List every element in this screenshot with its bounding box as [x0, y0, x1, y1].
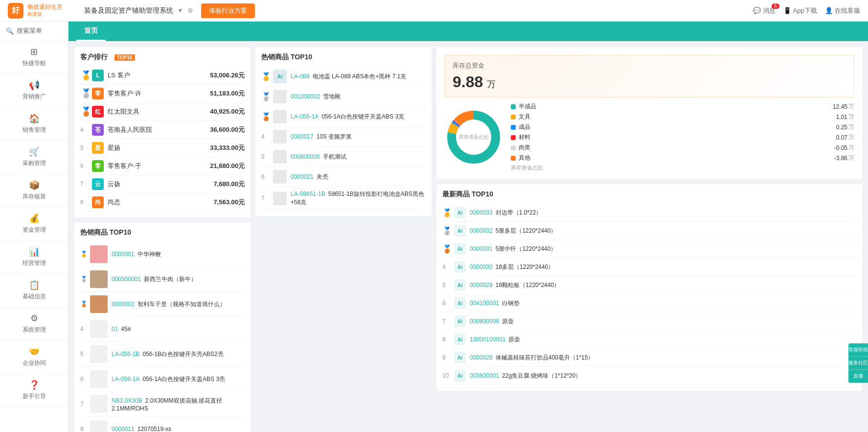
newest-info-6: 004100001白钢垫: [470, 299, 856, 308]
newest-img-9: Ai: [454, 352, 466, 363]
customer-value-7: 7,680.00元: [213, 180, 245, 189]
header-system: 装备及固定资产辅助管理系统 ▼ ⚙ 体验行业方案: [76, 3, 753, 18]
layout: 🔍 搜索菜单 ⊞ 快捷导航 📢 营销推广 🏠 销售管理 🛒 采购管理 📦 库存核…: [0, 22, 868, 432]
sidebar-item-marketing[interactable]: 📢 营销推广: [0, 74, 68, 107]
cs-community-button[interactable]: 服务社区: [848, 357, 868, 370]
legend-dot-4: [511, 145, 516, 150]
hot-row-4: 4 0145#: [80, 317, 245, 342]
finance-icon: 💰: [29, 213, 40, 224]
hot-products-card: 热销商品 TOP10 🥇 0000001中华神鞭 🥈 000500001新西兰牛…: [74, 222, 251, 432]
medal-3: 🥉: [80, 106, 92, 117]
customer-rank-row: 4 苍 苍南县人民医院 36,600.00元: [80, 121, 245, 139]
operation-icon: 📊: [29, 246, 40, 257]
legend-name-5: 其他: [519, 154, 834, 162]
newest-info-8: 10000100001原壶: [470, 336, 856, 344]
customer-value-5: 33,333.00元: [210, 144, 245, 152]
quick-nav-icon: ⊞: [30, 47, 38, 57]
rank-num-6: 6: [80, 163, 92, 169]
rank-num-5: 5: [80, 144, 92, 151]
message-button[interactable]: 💬 消息 6: [753, 6, 776, 15]
customer-title-text: 客户排行: [80, 53, 108, 62]
newest-img-8: Ai: [454, 334, 466, 345]
hot-img-2: [90, 270, 108, 288]
float-customer-service: 客服热线 服务社区 直播: [848, 343, 868, 383]
customer-rank-row: 🥇 L LS 客户 53,006.26元: [80, 67, 245, 85]
customer-rank-row: 🥉 红 红太阳文具 40,925.00元: [80, 103, 245, 121]
legend-dot-2: [511, 125, 516, 130]
sidebar-item-operation[interactable]: 📊 经营管理: [0, 240, 68, 274]
home-tab[interactable]: 首页: [76, 22, 106, 41]
customer-ranking-list: 🥇 L LS 客户 53,006.26元 🥈 零 零售客户·许 51,183.0…: [80, 67, 245, 212]
cs-hotline-button[interactable]: 客服热线: [848, 343, 868, 357]
legend-item-0: 半成品 12.45 万: [511, 102, 854, 111]
sidebar-label-base: 基础信息: [23, 292, 46, 301]
customer-rank-row: 🥈 零 零售客户·许 51,183.00元: [80, 85, 245, 103]
inventory-icon: 📦: [29, 180, 40, 191]
newest-row-8: 8 Ai 10000100001原壶: [442, 331, 856, 349]
hot-name-2: 000500001新西兰牛肉（新牛）: [112, 275, 245, 284]
customer-badge-5: 星: [92, 142, 104, 154]
hot-row-6: 6 LA-056-1A056-1A白色按键开关盖ABS 3壳: [80, 367, 245, 392]
legend-dot-3: [511, 135, 516, 140]
sidebar-item-purchase[interactable]: 🛒 采购管理: [0, 141, 68, 174]
hot-sale-medal-2: 🥈: [261, 92, 273, 101]
sidebar-label-operation: 经营管理: [23, 259, 46, 267]
customer-value-2: 51,183.00元: [210, 89, 245, 98]
legend-item-5: 其他 -3.86 万: [511, 154, 854, 162]
middle-panel: 热销商品 TOP10 🥇 Ai LA-089电池盖 LA-089 ABS本色+黑…: [255, 47, 432, 432]
sidebar-item-inventory[interactable]: 📦 库存核算: [0, 174, 68, 207]
hot-sale-rank-6: 6: [261, 173, 273, 180]
inventory-ratio-label: 库存资金占比: [511, 164, 854, 171]
sidebar-label-sales: 销售管理: [23, 126, 46, 134]
hot-sale-info-6: 0000021夹壳: [291, 173, 426, 181]
sidebar-item-finance[interactable]: 💰 资金管理: [0, 207, 68, 240]
sidebar-item-system[interactable]: ⚙ 系统管理: [0, 307, 68, 340]
sidebar-label-finance: 资金管理: [23, 226, 46, 234]
system-dropdown-icon[interactable]: ▼: [177, 7, 183, 14]
sidebar-item-quick-nav[interactable]: ⊞ 快捷导航: [0, 41, 68, 74]
legend-unit-4: 万: [848, 144, 854, 152]
hot-row-1: 🥇 0000001中华神鞭: [80, 242, 245, 267]
sidebar-item-enterprise[interactable]: 🤝 企业协同: [0, 340, 68, 374]
legend-unit-3: 万: [848, 133, 854, 142]
customer-name-5: 星扬: [108, 144, 210, 152]
sidebar-label-system: 系统管理: [23, 326, 46, 334]
newest-medal-3: 🥉: [442, 244, 454, 254]
newest-info-4: 000003018多层（1220*2440）: [470, 263, 856, 271]
mobile-icon: 📱: [783, 7, 791, 14]
app-download-button[interactable]: 📱 App下载: [783, 6, 817, 15]
newest-row-10: 10 Ai 00380000122g鱼豆腐·烧烤味（1*12*20）: [442, 367, 856, 385]
search-menu-item[interactable]: 🔍 搜索菜单: [0, 22, 68, 41]
hot-sale-medal-1: 🥇: [261, 72, 273, 81]
customer-value-3: 40,925.00元: [210, 107, 245, 116]
system-icon: ⚙: [30, 313, 38, 324]
app-label: App下载: [793, 6, 817, 15]
newest-info-10: 00380000122g鱼豆腐·烧烤味（1*12*20）: [470, 372, 856, 380]
customer-badge-2: 零: [92, 88, 104, 99]
settings-icon[interactable]: ⚙: [187, 7, 193, 14]
logo-text-area: 畅捷通好生意 标准版: [27, 3, 63, 18]
online-service-button[interactable]: 👤 在线客服: [825, 6, 860, 15]
newest-img-7: Ai: [454, 315, 466, 327]
sidebar-item-guide[interactable]: ❓ 新手引导: [0, 374, 68, 407]
newest-info-7: 000800008原壶: [470, 317, 856, 326]
sidebar-item-sales[interactable]: 🏠 销售管理: [0, 107, 68, 141]
sales-icon: 🏠: [29, 113, 40, 124]
newest-row-7: 7 Ai 000800008原壶: [442, 312, 856, 331]
newest-img-4: Ai: [454, 261, 466, 273]
newest-info-5: 000002918颗粒板（1220*2440）: [470, 281, 856, 289]
trial-button[interactable]: 体验行业方案: [201, 3, 255, 18]
hot-medal-2: 🥈: [80, 276, 90, 283]
customer-value-1: 53,006.26元: [210, 71, 245, 80]
newest-img-3: Ai: [454, 243, 466, 255]
hot-sale-list: 🥇 Ai LA-089电池盖 LA-089 ABS本色+黑种 7.1克 🥈 00…: [261, 67, 426, 210]
system-title: 装备及固定资产辅助管理系统: [84, 6, 173, 15]
newest-img-5: Ai: [454, 279, 466, 291]
legend-name-3: 材料: [519, 133, 836, 142]
hot-rank-4: 4: [80, 326, 90, 333]
legend-dot-1: [511, 115, 516, 120]
cs-live-button[interactable]: 直播: [848, 370, 868, 383]
logo-sub: 标准版: [27, 11, 63, 18]
hot-sale-info-5: 000800005手机测试: [291, 153, 426, 161]
sidebar-item-base[interactable]: 📋 基础信息: [0, 274, 68, 307]
